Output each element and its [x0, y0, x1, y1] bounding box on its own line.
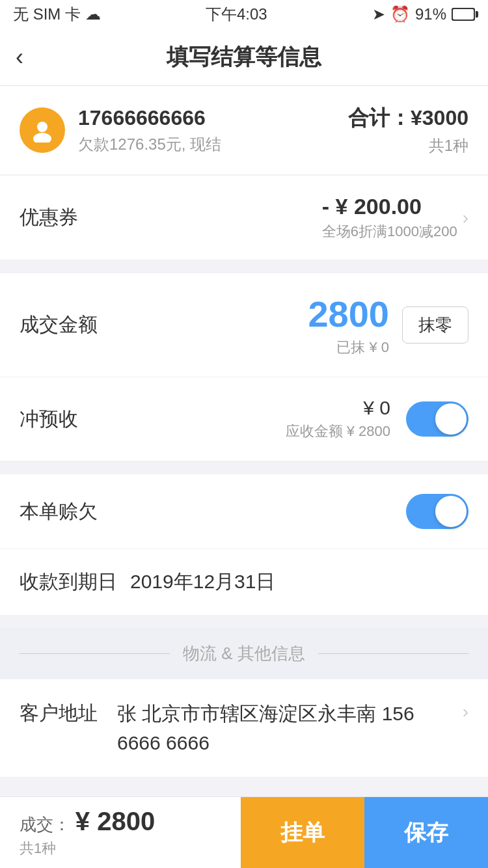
prepay-row: 冲预收 ¥ 0 应收金额 ¥ 2800 [0, 377, 488, 461]
address-chevron-icon: › [463, 701, 468, 722]
due-date-label: 收款到期日 [20, 569, 117, 595]
coupon-label: 优惠券 [20, 204, 78, 231]
coupon-row[interactable]: 优惠券 - ¥ 200.00 全场6折满1000减200 › [0, 176, 488, 260]
alarm-icon: ⏰ [390, 5, 410, 23]
debt-section: 本单赊欠 收款到期日 2019年12月31日 [0, 474, 488, 615]
svg-point-1 [33, 133, 51, 142]
coupon-chevron-icon: › [463, 208, 468, 228]
prepay-toggle[interactable] [406, 401, 468, 437]
prepay-label: 冲预收 [20, 406, 78, 433]
debt-label: 本单赊欠 [20, 498, 98, 525]
battery-icon [452, 8, 475, 21]
customer-debt: 欠款1276.35元, 现结 [78, 134, 221, 155]
status-bar: 无 SIM 卡 ☁ 下午4:03 ➤ ⏰ 91% [0, 0, 488, 29]
status-time: 下午4:03 [206, 4, 267, 25]
battery-text: 91% [415, 5, 446, 23]
customer-total: 合计：¥3000 共1种 [348, 104, 468, 156]
deal-amount-label: 成交金额 [20, 312, 98, 338]
bottom-deal-label: 成交： [20, 815, 70, 834]
deal-amount-row: 成交金额 2800 已抹 ¥ 0 抹零 [0, 273, 488, 377]
hang-button[interactable]: 挂单 [241, 797, 364, 868]
customer-phone: 17666666666 [78, 106, 221, 130]
due-date-row: 收款到期日 2019年12月31日 [0, 549, 488, 615]
logistics-separator: 物流 & 其他信息 [0, 628, 488, 679]
status-right: ➤ ⏰ 91% [372, 5, 475, 23]
prepay-sub: 应收金额 ¥ 2800 [286, 422, 390, 441]
address-label: 客户地址 [20, 700, 98, 727]
item-count: 共1种 [348, 135, 468, 156]
deal-amount-value: 2800 [308, 293, 389, 335]
svg-point-0 [37, 122, 47, 132]
bottom-summary: 成交： ¥ 2800 共1种 [0, 797, 241, 868]
total-amount: 合计：¥3000 [348, 104, 468, 133]
status-left: 无 SIM 卡 ☁ [13, 4, 101, 25]
save-button[interactable]: 保存 [364, 797, 488, 868]
debt-row: 本单赊欠 [0, 474, 488, 549]
customer-card: 17666666666 欠款1276.35元, 现结 合计：¥3000 共1种 [0, 86, 488, 174]
divider-3 [0, 615, 488, 628]
back-button[interactable]: ‹ [16, 44, 23, 71]
bottom-deal-amount: ¥ 2800 [75, 807, 155, 835]
nav-bar: ‹ 填写结算等信息 [0, 29, 488, 86]
round-button[interactable]: 抹零 [402, 306, 468, 344]
address-value: 张 北京市市辖区海淀区永丰南 156 6666 6666 [117, 699, 456, 757]
address-row[interactable]: 客户地址 张 北京市市辖区海淀区永丰南 156 6666 6666 › [0, 679, 488, 778]
prepay-amount: ¥ 0 [286, 397, 390, 419]
logistics-label: 物流 & 其他信息 [183, 642, 305, 665]
divider-2 [0, 461, 488, 474]
no-sim-text: 无 SIM 卡 ☁ [13, 4, 101, 25]
avatar [20, 107, 65, 153]
deal-section: 成交金额 2800 已抹 ¥ 0 抹零 冲预收 ¥ 0 应收金额 ¥ 2800 [0, 273, 488, 461]
divider-1 [0, 260, 488, 273]
page-title: 填写结算等信息 [167, 42, 321, 72]
due-date-value: 2019年12月31日 [130, 569, 275, 595]
deal-amount-sub: 已抹 ¥ 0 [308, 338, 389, 357]
bottom-bar: 成交： ¥ 2800 共1种 挂单 保存 [0, 796, 488, 868]
coupon-desc: 全场6折满1000减200 [322, 222, 457, 241]
bottom-count: 共1种 [20, 839, 221, 858]
coupon-amount: - ¥ 200.00 [322, 194, 457, 219]
location-icon: ➤ [372, 5, 385, 23]
debt-toggle[interactable] [406, 494, 468, 529]
